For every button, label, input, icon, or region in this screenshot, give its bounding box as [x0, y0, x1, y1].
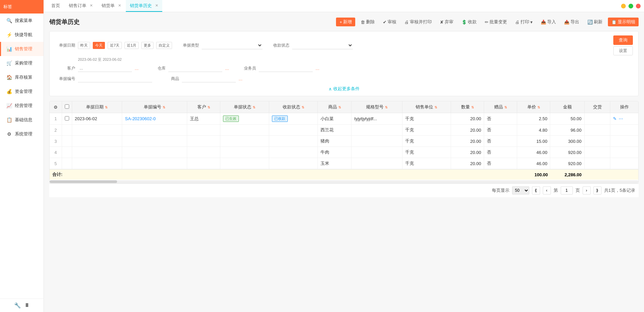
col-doc-status[interactable]: 单据状态 ⇅	[220, 101, 269, 113]
export-button[interactable]: 📤 导出	[561, 18, 582, 26]
col-doc-no[interactable]: 单据编号 ⇅	[122, 101, 187, 113]
col-customer[interactable]: 客户 ⇅	[187, 101, 220, 113]
import-button[interactable]: 📥 导入	[538, 18, 559, 26]
show-detail-button[interactable]: 📋 显示明细	[608, 18, 639, 26]
tab-home[interactable]: 首页	[47, 0, 64, 12]
cell-pay-status	[269, 136, 318, 147]
more-btn[interactable]: 更多	[141, 42, 153, 49]
cell-unit: 千克	[402, 136, 451, 147]
detail-icon: 📋	[611, 20, 617, 25]
sidebar-item-operations[interactable]: 📈 经营管理	[0, 99, 44, 113]
discard-button[interactable]: ✘ 弃审	[437, 18, 456, 26]
7days-btn[interactable]: 近7天	[108, 42, 122, 49]
last-page-btn[interactable]: ⟫	[593, 186, 601, 194]
cell-pay-status: 已收款	[269, 113, 318, 125]
prev-page-btn[interactable]: ‹	[543, 186, 551, 194]
sidebar-bottom-icon2[interactable]: ⏸	[24, 302, 30, 309]
select-all-checkbox[interactable]	[65, 104, 69, 109]
col-goods[interactable]: 商品 ⇅	[318, 101, 352, 113]
print-button[interactable]: 🖨 打印 ▾	[512, 18, 535, 26]
page-number-input[interactable]	[561, 186, 573, 194]
row-checkbox-cell[interactable]	[62, 125, 72, 136]
window-minimize[interactable]	[621, 4, 626, 8]
row-checkbox-cell[interactable]	[62, 147, 72, 158]
window-close[interactable]	[636, 4, 641, 8]
col-unit[interactable]: 销售单位 ⇅	[402, 101, 451, 113]
sidebar-item-basic-info[interactable]: 📋 基础信息	[0, 113, 44, 127]
customer-input[interactable]	[78, 65, 132, 72]
sidebar-item-purchase-mgmt[interactable]: 🛒 采购管理	[0, 56, 44, 70]
type-select[interactable]	[202, 42, 262, 49]
tab-sales-order-close[interactable]: ✕	[90, 3, 93, 8]
goods-ellipsis[interactable]: …	[239, 77, 243, 81]
tab-sales-delivery[interactable]: 销货单 ✕	[97, 0, 125, 12]
col-date[interactable]: 单据日期 ⇅	[72, 101, 122, 113]
sidebar-item-finance[interactable]: 💰 资金管理	[0, 84, 44, 99]
row-checkbox[interactable]	[65, 116, 69, 121]
col-amount[interactable]: 金额	[550, 101, 584, 113]
sidebar-item-sales-mgmt[interactable]: 📊 销售管理	[0, 42, 44, 56]
row-checkbox-cell[interactable]	[62, 113, 72, 125]
date-sort-icon: ⇅	[105, 105, 108, 109]
cell-action	[610, 158, 638, 169]
col-trade[interactable]: 交货	[584, 101, 610, 113]
customer-ellipsis[interactable]: …	[135, 66, 139, 71]
next-page-btn[interactable]: ›	[583, 186, 591, 194]
sidebar-item-quick-nav[interactable]: ⚡ 快捷导航	[0, 28, 44, 42]
tab-sales-history-close[interactable]: ✕	[155, 3, 158, 8]
salesperson-ellipsis[interactable]: …	[315, 66, 319, 71]
col-spec[interactable]: 规格型号 ⇅	[352, 101, 402, 113]
col-gift[interactable]: 赠品 ⇅	[484, 101, 517, 113]
row-checkbox-cell[interactable]	[62, 158, 72, 169]
sidebar-item-search-menu[interactable]: 🔍 搜索菜单	[0, 14, 44, 28]
collapse-button[interactable]: ∧ 收起更多条件	[329, 86, 360, 92]
col-price[interactable]: 单价 ⇅	[517, 101, 550, 113]
docstatus-sort-icon: ⇅	[253, 105, 255, 109]
doc-no-link[interactable]: SA-20230602-0	[125, 116, 156, 121]
add-button[interactable]: + 新增	[336, 18, 355, 26]
more-btn[interactable]: ⋯	[619, 116, 623, 121]
tab-sales-history[interactable]: 销货单历史 ✕	[126, 0, 162, 12]
today-btn[interactable]: 今天	[93, 42, 105, 49]
1month-btn[interactable]: 近1月	[124, 42, 139, 49]
warehouse-input[interactable]	[168, 65, 222, 72]
pay-status-select[interactable]	[292, 42, 353, 49]
batch-change-button[interactable]: ✏ 批量变更	[482, 18, 510, 26]
col-pay-status[interactable]: 收款状态 ⇅	[269, 101, 318, 113]
set-button[interactable]: 设置	[613, 46, 633, 55]
doc-no-input[interactable]	[78, 75, 152, 82]
warehouse-ellipsis[interactable]: …	[225, 66, 229, 71]
audit-button[interactable]: ✔ 审核	[380, 18, 399, 26]
col-qty[interactable]: 数量 ⇅	[451, 101, 484, 113]
per-page-select[interactable]: 50 20 100	[512, 186, 529, 194]
horizontal-scrollbar[interactable]	[50, 180, 638, 183]
custom-btn[interactable]: 自定义	[156, 42, 172, 49]
col-settings[interactable]: ⚙	[50, 101, 62, 113]
window-maximize[interactable]	[628, 4, 633, 8]
home-icon: 🏠	[6, 74, 12, 80]
sidebar-item-system-mgmt[interactable]: ⚙ 系统管理	[0, 127, 44, 141]
cell-unit: 千克	[402, 147, 451, 158]
goods-input[interactable]	[182, 75, 236, 82]
cell-amount: 96.00	[550, 125, 584, 136]
edit-btn[interactable]: ✎	[613, 116, 617, 121]
refresh-button[interactable]: 🔄 刷新	[585, 18, 605, 26]
tab-sales-delivery-close[interactable]: ✕	[118, 3, 121, 8]
first-page-btn[interactable]: ⟪	[532, 186, 540, 194]
delete-button[interactable]: 🗑 删除	[358, 18, 377, 26]
sidebar-item-inventory[interactable]: 🏠 库存核算	[0, 70, 44, 84]
query-button[interactable]: 查询	[613, 35, 633, 45]
cell-pay-status	[269, 147, 318, 158]
sidebar-bottom-icon1[interactable]: 🔧	[14, 302, 21, 309]
tab-sales-order[interactable]: 销售订单 ✕	[65, 0, 97, 12]
yesterday-btn[interactable]: 昨天	[78, 42, 90, 49]
table-row: 1 2023-06-02 SA-20230602-0 王总 已生效 已收款 小白…	[50, 113, 638, 125]
receive-button[interactable]: 💲 收款	[459, 18, 479, 26]
col-checkbox[interactable]	[62, 101, 72, 113]
scrollbar-thumb[interactable]	[50, 180, 117, 183]
row-checkbox-cell[interactable]	[62, 136, 72, 147]
salesperson-input[interactable]	[259, 65, 313, 72]
total-info: 共1页，5条记录	[604, 187, 635, 193]
row-num: 4	[50, 147, 62, 158]
audit-print-button[interactable]: 🖨 审核并打印	[402, 18, 435, 26]
